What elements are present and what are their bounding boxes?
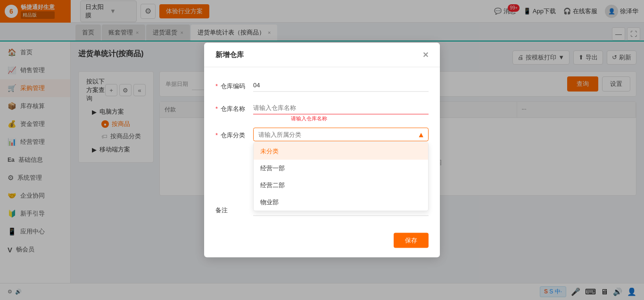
dropdown-item-3[interactable]: 物业部 bbox=[254, 194, 428, 211]
dropdown-item-1[interactable]: 经营一部 bbox=[254, 160, 428, 177]
category-wrapper: ▲ 未分类 经营一部 经营二部 物业部 bbox=[253, 128, 429, 142]
category-label: * 仓库分类 bbox=[215, 128, 253, 140]
remark-label: 备注 bbox=[215, 203, 253, 215]
modal-body: * 仓库编码 * 仓库名称 请输入仓库名称 * 仓库分类 ▲ bbox=[204, 67, 440, 216]
category-dropdown-arrow[interactable]: ▲ bbox=[417, 130, 425, 139]
form-row-name: * 仓库名称 请输入仓库名称 bbox=[215, 101, 429, 115]
modal-title: 新增仓库 bbox=[215, 50, 244, 59]
category-dropdown: 未分类 经营一部 经营二部 物业部 bbox=[253, 142, 429, 211]
code-input[interactable] bbox=[253, 79, 429, 92]
dropdown-item-0[interactable]: 未分类 bbox=[254, 143, 428, 160]
name-input[interactable] bbox=[253, 101, 429, 115]
name-label: * 仓库名称 bbox=[215, 101, 253, 113]
modal-close-button[interactable]: ✕ bbox=[422, 50, 429, 59]
name-error-message: 请输入仓库名称 bbox=[291, 115, 327, 122]
form-row-category: * 仓库分类 ▲ 未分类 经营一部 经营二部 物业部 bbox=[215, 128, 429, 142]
modal-footer: 保存 bbox=[204, 225, 440, 248]
category-input[interactable] bbox=[253, 128, 429, 142]
save-button[interactable]: 保存 bbox=[394, 233, 429, 248]
form-row-code: * 仓库编码 bbox=[215, 79, 429, 92]
code-label: * 仓库编码 bbox=[215, 79, 253, 91]
add-warehouse-modal: 新增仓库 ✕ * 仓库编码 * 仓库名称 请输入仓库名称 * bbox=[204, 43, 440, 258]
dropdown-item-2[interactable]: 经营二部 bbox=[254, 177, 428, 194]
modal-header: 新增仓库 ✕ bbox=[204, 43, 440, 67]
